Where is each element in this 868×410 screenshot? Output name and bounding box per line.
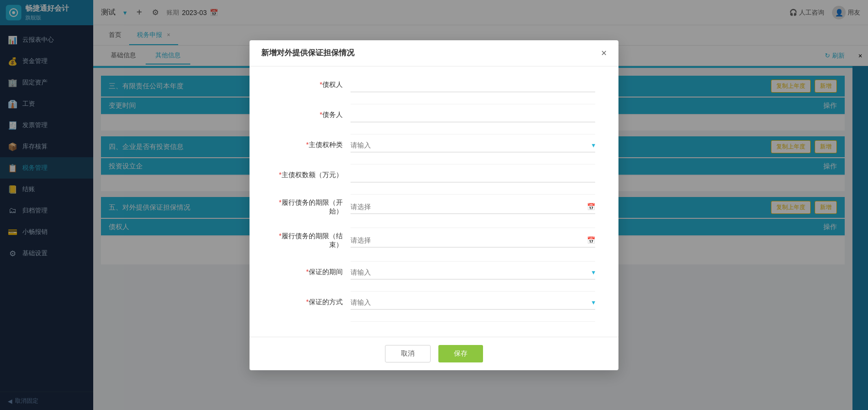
separator-5	[351, 261, 595, 262]
modal-backdrop: 新增对外提供保证担保情况 × *债权人*债务人*主债权种类 ▾ *主债权数额（万…	[0, 0, 868, 410]
form-row-guarantee_method: *保证的方式 ▾	[273, 295, 595, 310]
form-row-period_start: *履行债务的期限（开始） 📅	[273, 198, 595, 216]
date-input-period_start[interactable]	[351, 203, 587, 211]
field-label-claim_type: *主债权种类	[273, 141, 351, 149]
field-label-guarantee_method: *保证的方式	[273, 298, 351, 307]
required-star-guarantee_method: *	[306, 298, 309, 306]
separator-7	[351, 321, 595, 322]
field-label-guarantee_period: *保证的期间	[273, 268, 351, 277]
modal-footer: 取消 保存	[250, 337, 618, 370]
date-calendar-period_start-icon[interactable]: 📅	[587, 203, 595, 211]
form-row-debtor: *债务人	[273, 108, 595, 122]
required-star-claim_amount: *	[279, 171, 282, 179]
select-input-claim_type[interactable]	[351, 141, 592, 149]
field-label-period_end: *履行债务的期限（结束）	[273, 232, 351, 249]
required-star-period_start: *	[279, 198, 282, 206]
date-calendar-period_end-icon[interactable]: 📅	[587, 236, 595, 244]
required-star-guarantee_period: *	[306, 268, 309, 276]
separator-6	[351, 291, 595, 292]
separator-3	[351, 194, 595, 195]
cancel-button[interactable]: 取消	[385, 345, 431, 362]
select-chevron-guarantee_period-icon: ▾	[592, 268, 595, 276]
date-period_end[interactable]: 📅	[351, 233, 595, 247]
form-row-claim_type: *主债权种类 ▾	[273, 138, 595, 152]
select-chevron-claim_type-icon: ▾	[592, 141, 595, 149]
select-claim_type[interactable]: ▾	[351, 138, 595, 152]
separator-1	[351, 134, 595, 134]
date-period_start[interactable]: 📅	[351, 200, 595, 214]
input-creditor[interactable]	[351, 78, 595, 92]
form-row-guarantee_period: *保证的期间 ▾	[273, 265, 595, 279]
form-row-period_end: *履行债务的期限（结束） 📅	[273, 232, 595, 249]
field-label-period_start: *履行债务的期限（开始）	[273, 198, 351, 216]
form-row-claim_amount: *主债权数额（万元）	[273, 168, 595, 182]
modal-body: *债权人*债务人*主债权种类 ▾ *主债权数额（万元）*履行债务的期限（开始） …	[250, 66, 618, 337]
modal-title: 新增对外提供保证担保情况	[261, 48, 354, 58]
separator-2	[351, 164, 595, 164]
field-label-debtor: *债务人	[273, 111, 351, 119]
select-guarantee_method[interactable]: ▾	[351, 295, 595, 310]
field-label-claim_amount: *主债权数额（万元）	[273, 171, 351, 180]
modal-header: 新增对外提供保证担保情况 ×	[250, 40, 618, 66]
required-star-creditor: *	[320, 81, 322, 88]
required-star-period_end: *	[279, 232, 282, 240]
form-row-creditor: *债权人	[273, 78, 595, 92]
select-chevron-guarantee_method-icon: ▾	[592, 298, 595, 306]
separator-0	[351, 104, 595, 104]
save-button[interactable]: 保存	[438, 345, 483, 362]
date-input-period_end[interactable]	[351, 236, 587, 244]
required-star-debtor: *	[320, 111, 322, 118]
input-debtor[interactable]	[351, 108, 595, 122]
modal: 新增对外提供保证担保情况 × *债权人*债务人*主债权种类 ▾ *主债权数额（万…	[250, 40, 618, 370]
field-label-creditor: *债权人	[273, 81, 351, 89]
modal-close-button[interactable]: ×	[601, 48, 607, 58]
select-guarantee_period[interactable]: ▾	[351, 265, 595, 279]
select-input-guarantee_period[interactable]	[351, 268, 592, 276]
input-claim_amount[interactable]	[351, 168, 595, 182]
separator-4	[351, 228, 595, 228]
select-input-guarantee_method[interactable]	[351, 298, 592, 306]
required-star-claim_type: *	[306, 141, 309, 148]
